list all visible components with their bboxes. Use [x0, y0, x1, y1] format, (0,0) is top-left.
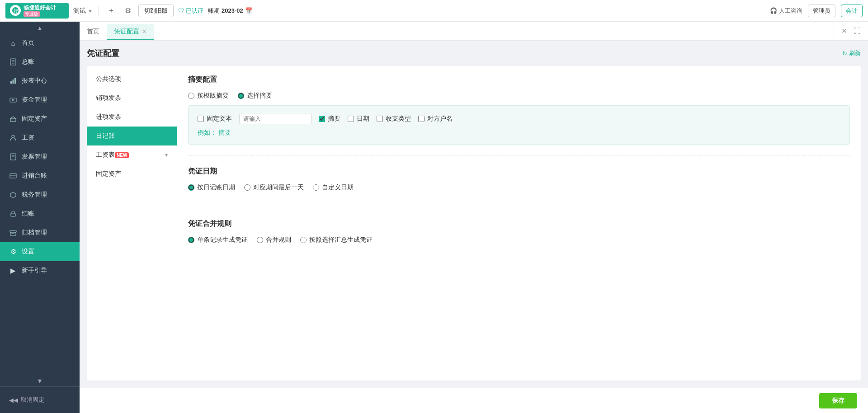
- footer-bar: 保存: [80, 388, 868, 413]
- salary-icon: [9, 134, 17, 142]
- date-journal-option[interactable]: 按日记账日期: [188, 183, 235, 192]
- merge-title: 凭证合并规则: [188, 219, 850, 229]
- left-menu-item-journal[interactable]: 日记账: [87, 127, 177, 145]
- example-prefix: 例如：: [198, 129, 217, 136]
- left-menu-item-purchase-invoice[interactable]: 进项发票: [87, 108, 177, 127]
- date-custom-option[interactable]: 自定义日期: [313, 183, 354, 192]
- pro-badge: 专业版: [24, 11, 40, 17]
- sidebar-item-ledger[interactable]: 总账: [0, 52, 80, 71]
- tab-close-button[interactable]: ✕: [840, 26, 849, 36]
- fixed-text-input[interactable]: [239, 113, 311, 124]
- workspace-dropdown-icon[interactable]: ▾: [89, 7, 92, 14]
- summary-checkbox[interactable]: [319, 116, 325, 122]
- counterparty-checkbox-label[interactable]: 对方户名: [418, 115, 453, 123]
- date-journal-label: 按日记账日期: [197, 183, 235, 192]
- summary-template-option[interactable]: 按模版摘要: [188, 92, 229, 100]
- date-label: 日期: [357, 115, 369, 123]
- date-checkbox-label[interactable]: 日期: [348, 115, 369, 123]
- period-info: 账期 2023-02 📅: [208, 7, 252, 15]
- settings-icon: ⚙: [9, 248, 17, 256]
- refresh-button[interactable]: ↻ 刷新: [842, 49, 861, 57]
- sidebar-item-label: 资金管理: [22, 96, 47, 104]
- date-checkbox[interactable]: [348, 116, 354, 122]
- sidebar-item-home[interactable]: ⌂ 首页: [0, 33, 80, 52]
- summary-title: 摘要配置: [188, 75, 850, 84]
- sidebar-item-label: 固定资产: [22, 115, 47, 123]
- merge-rule-radio[interactable]: [257, 237, 263, 243]
- sidebar-item-tax[interactable]: 税务管理: [0, 185, 80, 204]
- sidebar-item-label: 工资: [22, 134, 34, 142]
- merge-single-option[interactable]: 单条记录生成凭证: [188, 236, 248, 244]
- settings-button[interactable]: ⚙: [122, 5, 134, 17]
- divider-1: [98, 6, 99, 15]
- sidebar-item-report[interactable]: 报表中心: [0, 71, 80, 90]
- sidebar-item-cash[interactable]: 资金管理: [0, 90, 80, 109]
- merge-select-summary-label: 按照选择汇总生成凭证: [309, 236, 373, 244]
- merge-rule-option[interactable]: 合并规则: [257, 236, 291, 244]
- svg-rect-8: [14, 78, 16, 84]
- summary-template-radio[interactable]: [188, 93, 194, 99]
- section-date: 凭证日期 按日记账日期 对应期间最后一天: [188, 167, 850, 208]
- sidebar-item-archive[interactable]: 归档管理: [0, 223, 80, 242]
- logo-icon: 好: [10, 5, 21, 16]
- date-period-last-option[interactable]: 对应期间最后一天: [244, 183, 304, 192]
- pin-button[interactable]: ◀◀ 取消固定: [0, 391, 80, 408]
- save-button[interactable]: 保存: [819, 393, 857, 408]
- support-button[interactable]: 🎧 人工咨询: [770, 7, 802, 15]
- tab-close-icon[interactable]: ✕: [142, 28, 146, 35]
- date-custom-radio[interactable]: [313, 184, 319, 191]
- example-value: 摘要: [218, 129, 231, 136]
- svg-point-10: [12, 99, 14, 101]
- sidebar-item-sales[interactable]: 进销台账: [0, 166, 80, 185]
- section-merge: 凭证合并规则 单条记录生成凭证 合并规则: [188, 219, 850, 260]
- fixed-text-checkbox[interactable]: [198, 116, 204, 122]
- sidebar-item-guide[interactable]: ▶ 新手引导: [0, 261, 80, 280]
- sidebar-scroll-up[interactable]: ▲: [0, 23, 80, 33]
- example-row: 例如： 摘要: [198, 129, 840, 137]
- counterparty-label: 对方户名: [427, 115, 453, 123]
- fixed-text-checkbox-label[interactable]: 固定文本: [198, 115, 232, 123]
- add-button[interactable]: ＋: [105, 4, 118, 17]
- svg-rect-9: [10, 98, 16, 102]
- left-menu-item-fixed-assets[interactable]: 固定资产: [87, 164, 177, 183]
- tab-voucher-config[interactable]: 凭证配置 ✕: [107, 24, 154, 40]
- merge-select-summary-radio[interactable]: [300, 237, 307, 243]
- summary-select-radio[interactable]: [238, 93, 244, 99]
- workspace-name[interactable]: 测试 ▾: [73, 7, 92, 15]
- left-menu-item-sales-invoice[interactable]: 销项发票: [87, 89, 177, 108]
- sidebar-item-label: 新手引导: [22, 267, 47, 275]
- summary-checkbox-label[interactable]: 摘要: [319, 115, 340, 123]
- counterparty-checkbox[interactable]: [418, 116, 425, 122]
- user-button[interactable]: 管理员: [808, 5, 835, 17]
- payroll-label: 工资表NEW: [96, 151, 129, 159]
- switch-version-button[interactable]: 切到旧版: [138, 5, 174, 17]
- sidebar-scroll: ⌂ 首页 总账 报表中心 资金管理: [0, 33, 80, 375]
- role-button[interactable]: 会计: [841, 5, 863, 17]
- sidebar-item-invoice[interactable]: 发票管理: [0, 147, 80, 166]
- merge-single-radio[interactable]: [188, 237, 194, 243]
- expand-arrow-icon: ▾: [165, 152, 168, 158]
- sidebar-item-salary[interactable]: 工资: [0, 128, 80, 147]
- merge-select-summary-option[interactable]: 按照选择汇总生成凭证: [300, 236, 373, 244]
- date-custom-label: 自定义日期: [322, 183, 354, 192]
- left-menu-item-public[interactable]: 公共选项: [87, 70, 177, 89]
- merge-single-label: 单条记录生成凭证: [197, 236, 248, 244]
- tab-expand-button[interactable]: ⛶: [852, 26, 863, 36]
- sidebar-item-closing[interactable]: 结账: [0, 204, 80, 223]
- cashtype-checkbox-label[interactable]: 收支类型: [377, 115, 411, 123]
- date-period-last-radio[interactable]: [244, 184, 250, 191]
- tab-home[interactable]: 首页: [80, 24, 107, 40]
- closing-icon: [9, 210, 17, 218]
- date-period-last-label: 对应期间最后一天: [253, 183, 304, 192]
- sidebar-item-label: 发票管理: [22, 153, 47, 161]
- sidebar-scroll-down[interactable]: ▼: [0, 375, 80, 386]
- calendar-icon[interactable]: 📅: [245, 7, 252, 14]
- summary-select-option[interactable]: 选择摘要: [238, 92, 272, 100]
- sidebar-item-settings[interactable]: ⚙ 设置: [0, 242, 80, 261]
- date-journal-radio[interactable]: [188, 184, 194, 191]
- left-menu-item-payroll[interactable]: 工资表NEW ▾: [87, 145, 177, 164]
- report-icon: [9, 77, 17, 85]
- fixed-text-label: 固定文本: [207, 115, 232, 123]
- cashtype-checkbox[interactable]: [377, 116, 383, 122]
- sidebar-item-assets[interactable]: 固定资产: [0, 109, 80, 128]
